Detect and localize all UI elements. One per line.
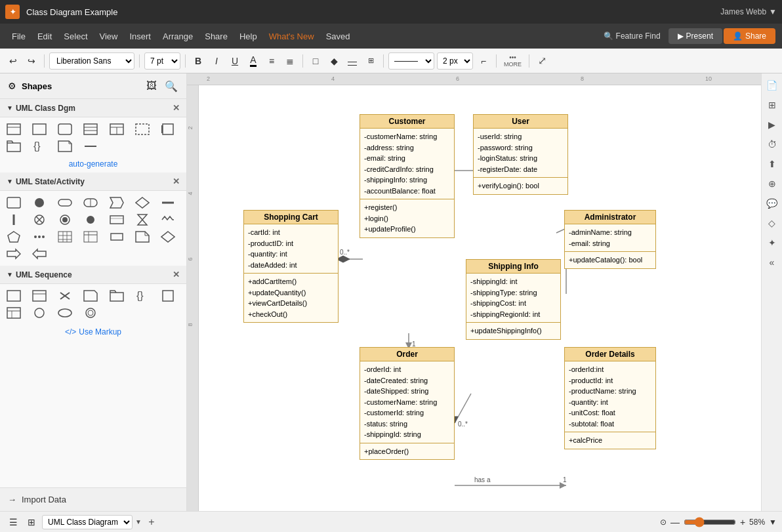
shape-table[interactable] (4, 121, 24, 137)
section-uml-sequence[interactable]: ▼ UML Sequence ✕ (0, 266, 186, 284)
shape-state-stadium[interactable] (55, 195, 75, 211)
shape-state-line-h[interactable] (158, 195, 178, 211)
underline-button[interactable]: U (227, 53, 243, 69)
shape-note[interactable] (55, 138, 75, 154)
shape-table2[interactable] (81, 121, 100, 137)
class-customer[interactable]: Customer -customerName: string -address:… (360, 114, 455, 238)
shape-seq-rect[interactable] (4, 288, 24, 304)
class-order-details[interactable]: Order Details -orderId:int -productId: i… (564, 347, 656, 449)
canvas-container[interactable]: 2 4 6 8 10 2 4 6 8 (187, 73, 761, 511)
class-user[interactable]: User -userId: string -password: string -… (473, 114, 568, 195)
menu-saved[interactable]: Saved (321, 29, 356, 44)
font-family-select[interactable]: Liberation Sans (49, 52, 134, 70)
shape-folder[interactable] (4, 138, 24, 154)
right-play-icon[interactable]: ▶ (764, 117, 780, 133)
menu-select[interactable]: Select (58, 29, 93, 44)
menu-help[interactable]: Help (234, 29, 262, 44)
section-close-state[interactable]: ✕ (173, 176, 180, 186)
more-button[interactable]: ••• MORE (501, 52, 524, 69)
waypoint-button[interactable]: ⌐ (476, 53, 491, 69)
shape-state-diamond[interactable] (133, 195, 152, 211)
auto-generate-link[interactable]: auto-generate (0, 158, 186, 173)
expand-button[interactable]: ⤢ (534, 53, 550, 69)
shape-state-pentagon[interactable] (4, 229, 24, 245)
page-select[interactable]: UML Class Diagram (42, 515, 133, 529)
shape-state-target[interactable] (55, 212, 75, 228)
right-grid-icon[interactable]: ⊞ (764, 97, 780, 113)
shape-rect2[interactable] (158, 121, 178, 137)
menu-view[interactable]: View (94, 29, 123, 44)
zoom-slider[interactable] (684, 517, 736, 527)
redo-button[interactable]: ↪ (24, 53, 39, 69)
fill-color-button[interactable]: ◆ (326, 53, 342, 69)
import-data-button[interactable]: → Import Data (0, 487, 186, 511)
section-uml-state[interactable]: ▼ UML State/Activity ✕ (0, 173, 186, 191)
font-size-select[interactable]: 7 pt (144, 52, 180, 70)
extra-btn[interactable]: ⊞ (363, 53, 379, 69)
shape-seq-table[interactable] (4, 305, 24, 321)
feature-find-btn[interactable]: 🔍 Feature Find (604, 31, 661, 41)
section-uml-class[interactable]: ▼ UML Class Dgm ✕ (0, 99, 186, 117)
shape-seq-braces[interactable]: {} (133, 288, 152, 304)
shape-seq-note[interactable] (81, 288, 100, 304)
shape-outline-button[interactable]: □ (308, 53, 323, 69)
align-text-button[interactable]: ≣ (282, 53, 298, 69)
bold-button[interactable]: B (190, 53, 206, 69)
italic-button[interactable]: I (209, 53, 224, 69)
line-style-select[interactable]: ——— - - - (388, 52, 434, 70)
align-left-button[interactable]: ≡ (264, 53, 279, 69)
shape-seq-rect2[interactable] (30, 288, 49, 304)
shape-state-arrow-l[interactable] (30, 246, 49, 262)
section-close-class[interactable]: ✕ (173, 103, 180, 113)
right-collapse-icon[interactable]: « (764, 255, 780, 270)
shape-seq-circle[interactable] (30, 305, 49, 321)
undo-button[interactable]: ↩ (5, 53, 21, 69)
menu-edit[interactable]: Edit (32, 29, 57, 44)
class-order[interactable]: Order -orderId: int -dateCreated: string… (360, 347, 455, 460)
right-star-icon[interactable]: ✦ (764, 235, 780, 251)
shape-state-arrow-r[interactable] (4, 246, 24, 262)
shape-rect-dashed[interactable] (133, 121, 152, 137)
sidebar-image-icon[interactable]: 🖼 (144, 79, 159, 93)
menu-arrange[interactable]: Arrange (157, 29, 198, 44)
right-chat-icon[interactable]: 💬 (764, 195, 780, 211)
shape-seq-x[interactable] (55, 288, 75, 304)
shape-braces[interactable]: {} (30, 138, 49, 154)
shape-state-rect-sm[interactable] (107, 229, 127, 245)
menu-insert[interactable]: Insert (124, 29, 156, 44)
right-plus-icon[interactable]: ⊕ (764, 176, 780, 192)
add-page-button[interactable]: + (144, 515, 159, 529)
menu-file[interactable]: File (7, 29, 31, 44)
class-shipping-info[interactable]: Shipping Info -shippingId: int -shipping… (466, 259, 561, 340)
px-select[interactable]: 2 px 1 px 3 px (437, 52, 473, 70)
list-view-btn[interactable]: ☰ (5, 514, 21, 530)
menu-whats-new[interactable]: What's New (264, 29, 319, 44)
shape-state-chevron[interactable] (107, 195, 127, 211)
shape-state-circle[interactable] (30, 195, 49, 211)
zoom-dropdown-arrow[interactable]: ▼ (769, 518, 777, 527)
shape-state-grid[interactable] (55, 229, 75, 245)
shape-state-note2[interactable] (133, 229, 152, 245)
sidebar-search-icon[interactable]: 🔍 (164, 79, 178, 93)
use-markup-link[interactable]: </> Use Markup (0, 325, 186, 339)
shape-line[interactable] (81, 138, 100, 154)
shape-rect-rounded[interactable] (55, 121, 75, 137)
zoom-out-btn[interactable]: — (670, 517, 680, 527)
shape-seq-oval[interactable] (55, 305, 75, 321)
right-upload-icon[interactable]: ⬆ (764, 156, 780, 172)
shape-rect[interactable] (30, 121, 49, 137)
shape-seq-folder[interactable] (107, 288, 127, 304)
shape-state-hourglass[interactable] (133, 212, 152, 228)
shape-table3[interactable] (107, 121, 127, 137)
share-button[interactable]: 👤 Share (724, 28, 775, 44)
section-close-sequence[interactable]: ✕ (173, 270, 180, 279)
grid-view-btn[interactable]: ⊞ (24, 514, 39, 530)
line-color-button[interactable]: — (344, 53, 360, 69)
font-color-button[interactable]: A (245, 53, 261, 69)
shape-state-diamond2[interactable] (158, 229, 178, 245)
shape-seq-circle2[interactable] (81, 305, 100, 321)
shape-state-table2[interactable] (81, 229, 100, 245)
menu-share[interactable]: Share (199, 29, 233, 44)
class-administrator[interactable]: Administrator -adminName: string -email:… (564, 210, 656, 269)
shape-state-circle-x[interactable] (30, 212, 49, 228)
